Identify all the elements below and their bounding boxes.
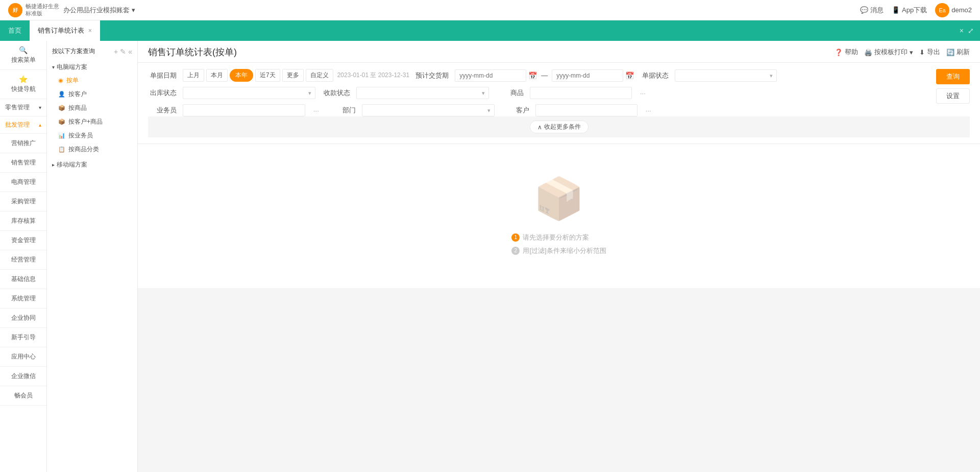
hint-num-2: 2 — [511, 247, 520, 255]
download-icon: 📱 — [892, 6, 900, 14]
payment-status-label: 收款状态 — [322, 88, 350, 98]
maximize-icon[interactable]: ⤢ — [968, 27, 974, 35]
more-date-btn[interactable]: 更多 — [282, 69, 304, 82]
sidebar-item-purchase[interactable]: 采购管理 — [0, 192, 46, 211]
user-menu[interactable]: Ea demo2 — [935, 3, 972, 17]
scheme-group-mobile-header[interactable]: ▸ 移动端方案 — [47, 158, 137, 171]
sidebar-item-retail[interactable]: 零售管理 ▾ — [0, 99, 46, 116]
ship-status-select[interactable] — [183, 87, 315, 99]
7days-btn[interactable]: 近7天 — [255, 69, 280, 82]
salesperson-input[interactable] — [183, 104, 305, 116]
sidebar-item-system[interactable]: 系统管理 — [0, 289, 46, 309]
filter-row-2: 出库状态 收款状态 — [148, 87, 926, 99]
ship-status-label: 出库状态 — [148, 88, 177, 98]
date-buttons: 上月 本月 本年 近7天 更多 自定义 2023-01-01 至 2023-12… — [183, 69, 409, 82]
top-bar-right: 💬 消息 📱 App下载 Ea demo2 — [860, 3, 972, 17]
payment-status-select[interactable] — [356, 87, 489, 99]
dept-select-wrap — [362, 104, 495, 116]
prev-month-btn[interactable]: 上月 — [183, 69, 204, 82]
expected-date-end[interactable] — [552, 69, 623, 82]
empty-state: 📦 1 请先选择要分析的方案 2 用[过滤]条件来缩小分析范围 — [138, 144, 980, 288]
print-icon: 🖨️ — [864, 49, 872, 56]
sidebar-item-quicknav[interactable]: ⭐ 快捷导航 — [0, 70, 46, 99]
collapse-button[interactable]: ∧ 收起更多条件 — [530, 121, 589, 133]
app-download-button[interactable]: 📱 App下载 — [892, 6, 927, 15]
scheme-item-by-salesperson[interactable]: 📊 按业务员 — [47, 129, 137, 143]
scheme-item-by-order[interactable]: ◉ 按单 — [47, 74, 137, 87]
payment-status-select-wrap — [356, 87, 489, 99]
close-tab-icon[interactable]: × — [88, 27, 92, 34]
sidebar-item-newbie[interactable]: 新手引导 — [0, 328, 46, 347]
add-scheme-button[interactable]: + — [114, 48, 118, 56]
status-select[interactable] — [675, 69, 777, 82]
sidebar-item-member[interactable]: 畅会员 — [0, 386, 46, 406]
app-selector[interactable]: 办公用品行业模拟账套 ▾ — [63, 6, 135, 15]
logo-area: 好 畅捷通好生意 标准版 — [8, 3, 59, 17]
sidebar: 🔍 搜索菜单 ⭐ 快捷导航 零售管理 ▾ 批发管理 ▴ 营销推广 销售管理 电商… — [0, 41, 47, 472]
customer-more-icon[interactable]: ··· — [644, 107, 653, 114]
this-month-btn[interactable]: 本月 — [206, 69, 228, 82]
content-area: 按以下方案查询 + ✎ « ▾ 电脑端方案 ◉ 按单 👤 按客户 — [47, 41, 980, 472]
goods-label: 商品 — [495, 88, 524, 98]
sidebar-item-sales[interactable]: 销售管理 — [0, 153, 46, 173]
sidebar-item-enterprise-collab[interactable]: 企业协同 — [0, 309, 46, 328]
sidebar-item-inventory[interactable]: 库存核算 — [0, 211, 46, 231]
query-button[interactable]: 查询 — [936, 69, 970, 84]
sidebar-item-enterprise-wechat[interactable]: 企业微信 — [0, 367, 46, 386]
edit-scheme-button[interactable]: ✎ — [120, 48, 126, 56]
sidebar-item-search[interactable]: 🔍 搜索菜单 — [0, 41, 46, 70]
tab-sales-order-stats[interactable]: 销售订单统计表 × — [30, 20, 100, 41]
main-content: 销售订单统计表(按单) ❓ 帮助 🖨️ 按模板打印 ▾ ⬇ 导出 — [138, 41, 980, 472]
hint-num-1: 1 — [511, 233, 520, 242]
date-range-display: 2023-01-01 至 2023-12-31 — [337, 71, 409, 80]
settings-button[interactable]: 设置 — [936, 88, 970, 104]
help-button[interactable]: ❓ 帮助 — [835, 48, 858, 57]
goods-more-icon[interactable]: ··· — [638, 89, 648, 97]
scheme-item-by-customer-goods[interactable]: 📦 按客户+商品 — [47, 115, 137, 129]
top-bar: 好 畅捷通好生意 标准版 办公用品行业模拟账套 ▾ 💬 消息 📱 App下载 E… — [0, 0, 980, 20]
custom-date-btn[interactable]: 自定义 — [306, 69, 333, 82]
page-actions: ❓ 帮助 🖨️ 按模板打印 ▾ ⬇ 导出 🔄 刷新 — [835, 48, 970, 57]
date-label: 单据日期 — [148, 71, 177, 80]
message-button[interactable]: 💬 消息 — [860, 6, 884, 15]
page-title: 销售订单统计表(按单) — [148, 46, 237, 58]
scheme-item-by-goods[interactable]: 📦 按商品 — [47, 101, 137, 115]
sidebar-item-wholesale[interactable]: 批发管理 ▴ — [0, 116, 46, 134]
salesperson-more-icon[interactable]: ··· — [311, 107, 321, 114]
scheme-group-desktop-header[interactable]: ▾ 电脑端方案 — [47, 61, 137, 74]
expected-date-label: 预计交货期 — [415, 71, 449, 80]
sidebar-item-finance[interactable]: 资金管理 — [0, 231, 46, 250]
tab-home[interactable]: 首页 — [0, 20, 30, 41]
scheme-item-by-customer[interactable]: 👤 按客户 — [47, 87, 137, 101]
chevron-down-icon: ▾ — [132, 6, 135, 14]
collapse-scheme-button[interactable]: « — [128, 48, 132, 56]
minimize-icon[interactable]: × — [960, 27, 964, 35]
sidebar-item-basic-info[interactable]: 基础信息 — [0, 270, 46, 289]
export-button[interactable]: ⬇ 导出 — [919, 48, 940, 57]
chevron-right-icon: ▾ — [39, 105, 41, 110]
logo-icon: 好 — [8, 3, 22, 17]
expected-date-start[interactable] — [455, 69, 526, 82]
calendar-start-icon[interactable]: 📅 — [528, 72, 537, 80]
tab-window-actions: × ⤢ — [960, 27, 980, 35]
scheme-group-mobile: ▸ 移动端方案 — [47, 157, 137, 172]
dept-select[interactable] — [362, 104, 495, 116]
this-year-btn[interactable]: 本年 — [230, 69, 253, 82]
sidebar-item-ecommerce[interactable]: 电商管理 — [0, 173, 46, 192]
print-button[interactable]: 🖨️ 按模板打印 ▾ — [864, 48, 913, 57]
goods-input[interactable] — [530, 87, 632, 99]
empty-illustration: 📦 — [533, 175, 584, 223]
main-layout: 🔍 搜索菜单 ⭐ 快捷导航 零售管理 ▾ 批发管理 ▴ 营销推广 销售管理 电商… — [0, 41, 980, 472]
sidebar-item-operations[interactable]: 经营管理 — [0, 250, 46, 270]
sidebar-item-marketing[interactable]: 营销推广 — [0, 134, 46, 153]
chevron-up-icon: ▴ — [39, 122, 41, 128]
sidebar-item-app-center[interactable]: 应用中心 — [0, 347, 46, 367]
calendar-end-icon[interactable]: 📅 — [625, 72, 634, 80]
expected-date-inputs: 📅 — 📅 — [455, 69, 634, 82]
page-header: 销售订单统计表(按单) ❓ 帮助 🖨️ 按模板打印 ▾ ⬇ 导出 — [138, 41, 980, 63]
customer-input[interactable] — [535, 104, 638, 116]
scheme-item-by-category[interactable]: 📋 按商品分类 — [47, 143, 137, 156]
refresh-button[interactable]: 🔄 刷新 — [946, 48, 970, 57]
chevron-right-icon: ▸ — [52, 162, 55, 168]
customer-icon: 👤 — [58, 91, 65, 98]
